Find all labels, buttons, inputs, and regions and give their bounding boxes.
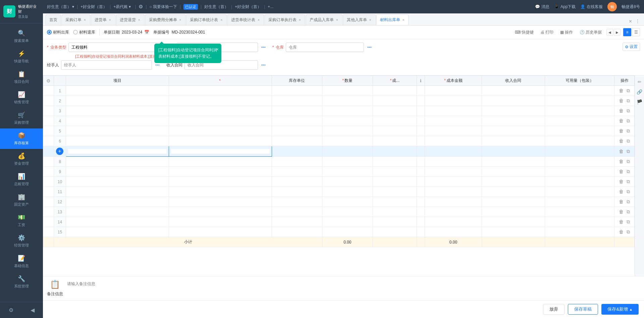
row-income-contract-cell[interactable]: [482, 96, 545, 106]
row-unit-cell[interactable]: [272, 106, 322, 116]
row-cost-cell[interactable]: [373, 217, 417, 227]
row-cost-cell[interactable]: [373, 86, 417, 96]
row-income-contract-cell[interactable]: [482, 157, 545, 167]
shortcut-btn[interactable]: ⌨ 快捷键: [513, 29, 536, 36]
calendar-icon[interactable]: 📅: [144, 30, 149, 35]
row-income-contract-cell[interactable]: [482, 106, 545, 116]
row-project-input[interactable]: [68, 149, 167, 154]
row-cost-cell[interactable]: [373, 167, 417, 177]
row-cost-amount-cell[interactable]: [425, 106, 482, 116]
sidebar-item-sales[interactable]: 📈 销售管理: [0, 88, 43, 108]
user-name[interactable]: 畅捷通8号: [622, 4, 640, 10]
row-income-contract-cell[interactable]: [482, 126, 545, 136]
row-material-cell[interactable]: [169, 177, 272, 187]
row-qty-cell[interactable]: [322, 116, 373, 126]
info-icon[interactable]: ℹ: [420, 78, 422, 83]
row-unit-cell[interactable]: [272, 96, 322, 106]
row-delete-btn[interactable]: 🗑: [618, 208, 625, 215]
row-project-cell[interactable]: [66, 187, 169, 197]
row-material-cell[interactable]: [169, 136, 272, 146]
row-project-cell[interactable]: [66, 126, 169, 136]
sidebar-item-system[interactable]: 🔧 系统管理: [0, 272, 43, 292]
topbar-nav-extra-3[interactable]: +...: [268, 4, 273, 9]
row-cost-cell[interactable]: [373, 116, 417, 126]
tab-close-btn[interactable]: ×: [298, 18, 302, 22]
topbar-nav-item-yecai[interactable]: +好业财（首）: [80, 4, 107, 10]
sidebar-item-base[interactable]: 📝 基础信息: [0, 251, 43, 272]
row-project-cell[interactable]: [66, 197, 169, 207]
row-cost-cell[interactable]: [373, 106, 417, 116]
row-project-cell[interactable]: [66, 106, 169, 116]
row-available-qty-cell[interactable]: [545, 167, 614, 177]
topbar-message-btn[interactable]: 💬 消息: [535, 4, 549, 10]
handler-input[interactable]: [61, 60, 152, 70]
row-qty-cell[interactable]: [322, 177, 373, 187]
row-unit-cell[interactable]: [272, 136, 322, 146]
tab-close-btn[interactable]: ×: [220, 18, 223, 22]
sidebar-item-operations[interactable]: ⚙️ 经营管理: [0, 231, 43, 251]
row-project-cell[interactable]: [66, 167, 169, 177]
row-cost-cell[interactable]: [373, 227, 417, 237]
sidebar-logo[interactable]: 财 畅捷通好业财 普及版: [0, 0, 43, 23]
tab-finished-goods[interactable]: 产成品入库单 ×: [306, 14, 342, 25]
row-copy-btn[interactable]: ⧉: [626, 208, 631, 215]
tab-material-out[interactable]: 材料出库单 ×: [376, 14, 409, 25]
row-material-cell[interactable]: [169, 96, 272, 106]
row-qty-cell[interactable]: [322, 106, 373, 116]
row-income-contract-cell[interactable]: [482, 187, 545, 197]
row-unit-cell[interactable]: [272, 187, 322, 197]
sidebar-item-finance[interactable]: 💰 资金管理: [0, 149, 43, 169]
row-qty-cell[interactable]: [322, 227, 373, 237]
row-cost-cell[interactable]: [373, 187, 417, 197]
row-available-qty-cell-active[interactable]: [545, 146, 614, 157]
row-copy-btn[interactable]: ⧉: [626, 168, 631, 175]
row-material-cell[interactable]: [169, 207, 272, 217]
row-project-cell[interactable]: [66, 86, 169, 96]
row-project-cell[interactable]: [66, 217, 169, 227]
row-project-cell[interactable]: [66, 96, 169, 106]
row-copy-btn[interactable]: ⧉: [626, 158, 631, 165]
row-cost-amount-cell[interactable]: [425, 197, 482, 207]
row-project-cell[interactable]: [66, 136, 169, 146]
row-cost-amount-cell[interactable]: [425, 86, 482, 96]
topbar-nav-extra-1[interactable]: 好生意（首）: [204, 4, 228, 10]
warehouse-input[interactable]: [286, 43, 364, 52]
row-available-qty-cell[interactable]: [545, 207, 614, 217]
row-project-cell[interactable]: [66, 227, 169, 237]
save-dropdown-arrow[interactable]: ▲: [629, 308, 633, 311]
row-available-qty-cell[interactable]: [545, 116, 614, 126]
row-cost-amount-cell[interactable]: [425, 187, 482, 197]
sidebar-item-assets[interactable]: 🏢 固定资产: [0, 190, 43, 210]
history-btn[interactable]: 🕐 历史单据: [578, 29, 604, 36]
row-qty-cell[interactable]: [322, 86, 373, 96]
order-no-value[interactable]: MD-20230324-001: [171, 30, 205, 35]
topbar-service-btn[interactable]: 👤 在线客服: [580, 4, 603, 10]
row-material-cell[interactable]: [169, 116, 272, 126]
grid-view-btn[interactable]: ≡: [623, 28, 631, 36]
row-cost-amount-cell[interactable]: [425, 136, 482, 146]
sidebar-item-shortcut[interactable]: ⚡ 快捷导航: [0, 47, 43, 67]
row-material-cell[interactable]: [169, 227, 272, 237]
row-cost-amount-cell[interactable]: [425, 116, 482, 126]
project-more-btn[interactable]: ···: [260, 43, 267, 51]
tabbar-more-btn[interactable]: ⋮: [634, 17, 641, 25]
print-btn[interactable]: 🖨 打印: [538, 29, 555, 36]
topbar-nav-extra-2[interactable]: +好业财（首）: [235, 4, 261, 10]
row-copy-btn[interactable]: ⧉: [626, 148, 631, 155]
sidebar-settings-btn[interactable]: ⚙: [7, 306, 15, 315]
notes-icon[interactable]: 📋: [50, 280, 60, 289]
row-unit-cell[interactable]: [272, 207, 322, 217]
row-cost-amount-cell[interactable]: [425, 126, 482, 136]
tab-close-btn[interactable]: ×: [335, 18, 339, 22]
row-cost-cell[interactable]: [373, 136, 417, 146]
row-delete-btn[interactable]: 🗑: [618, 198, 625, 205]
row-income-contract-cell[interactable]: [482, 167, 545, 177]
add-row-btn[interactable]: +: [56, 148, 63, 155]
sidebar-collapse-btn[interactable]: ◀: [29, 306, 36, 315]
row-material-cell[interactable]: [169, 126, 272, 136]
tab-close-btn[interactable]: ×: [402, 18, 405, 22]
topbar-nav-item-yidaizhang[interactable]: +易代账 ▾: [113, 4, 131, 10]
topbar-try-btn[interactable]: ○ 我要体验一下: [150, 4, 177, 10]
business-type-input[interactable]: [68, 43, 161, 52]
row-unit-cell[interactable]: [272, 197, 322, 207]
